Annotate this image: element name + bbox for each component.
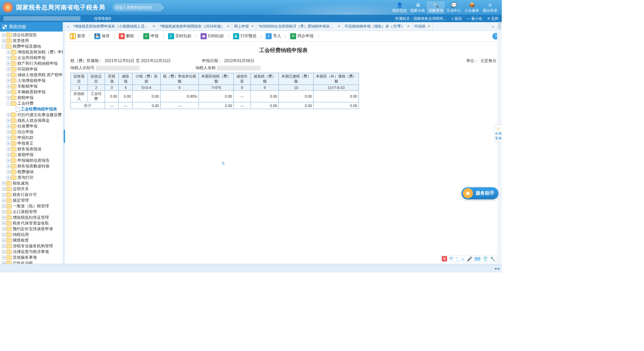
tree-node[interactable]: + 综合申报 <box>0 129 63 135</box>
tab-close-icon[interactable]: ✕ <box>227 24 230 29</box>
tabs-scroll-right[interactable]: » <box>490 22 496 31</box>
toolbar-button[interactable]: 💾 保存 <box>92 33 112 40</box>
header-nav-item[interactable]: 🔍 我要查询 <box>427 1 445 14</box>
tab-close-icon[interactable]: ✕ <box>337 24 340 29</box>
header-nav-item[interactable]: 👤 我的信息 <box>390 1 409 14</box>
expand-toggle[interactable]: + <box>2 33 6 37</box>
tree-node[interactable]: + 社保费申报 <box>0 123 63 129</box>
tree-node[interactable]: + 核定管理 <box>0 198 63 203</box>
toolbar-button[interactable]: ⟳ 同步申报 <box>288 33 316 40</box>
search-icon[interactable]: ⌕ <box>162 5 164 10</box>
tree-node[interactable]: + 税务行政许可 <box>0 192 63 198</box>
tab-close-icon[interactable]: ✕ <box>407 24 410 29</box>
tree-node[interactable]: + 财务报表报送 <box>0 146 63 152</box>
expand-toggle[interactable]: + <box>7 124 10 128</box>
expand-toggle[interactable]: + <box>7 67 10 71</box>
expand-toggle[interactable]: + <box>2 199 6 202</box>
tree-node[interactable]: + 契税申报 <box>0 95 63 101</box>
expand-toggle[interactable]: + <box>7 56 10 60</box>
tree-node[interactable]: + 车船税申报 <box>0 84 63 89</box>
expand-toggle[interactable]: + <box>7 113 10 117</box>
tray-right-icon[interactable]: ▸ <box>498 266 500 271</box>
tree-node[interactable]: + 一般退（抵）税管理 <box>0 203 63 209</box>
nav-tree[interactable]: + 综合信息报告 + 发票使用 - 税费申报及缴纳 + 增值税及附加税（费）申报… <box>0 32 63 272</box>
expand-toggle[interactable]: + <box>7 73 10 77</box>
expand-toggle[interactable]: + <box>7 130 10 134</box>
expand-toggle[interactable]: + <box>2 250 6 254</box>
toolbar-button[interactable]: ▣ 扫码扣款 <box>199 33 226 40</box>
service-assistant-button[interactable]: ☻ 服务助手 <box>462 187 498 199</box>
expand-toggle[interactable]: - <box>2 45 6 48</box>
tree-node[interactable]: + 查询打印 <box>0 175 63 181</box>
expand-toggle[interactable]: + <box>7 90 10 94</box>
header-nav-item[interactable]: 🖥 我要办税 <box>409 1 427 14</box>
expand-toggle[interactable]: + <box>2 193 6 197</box>
expand-toggle[interactable]: + <box>2 244 6 248</box>
tree-node[interactable]: + 预约定价安排谈签申请 <box>0 226 63 232</box>
tree-node[interactable]: 工会经费纳税申报表 <box>0 106 63 112</box>
tab-close-icon[interactable]: ✕ <box>427 24 430 29</box>
tree-node[interactable]: + 残疾人就业保障金 <box>0 118 63 123</box>
expand-toggle[interactable]: + <box>7 159 10 162</box>
tree-node[interactable]: + 印花税申报 <box>0 66 63 72</box>
tab-close-icon[interactable]: ✕ <box>251 24 254 29</box>
toolbar-button[interactable]: ✔ 申报 <box>141 33 161 40</box>
tree-node[interactable]: + 车辆购置税申报 <box>0 89 63 95</box>
expand-toggle[interactable]: + <box>2 216 6 219</box>
document-tab[interactable]: 网上申报 ✕ <box>232 22 256 31</box>
tree-node[interactable]: + 纳税信用 <box>0 232 63 238</box>
tray-left-icon[interactable]: ◂ <box>494 266 496 271</box>
expand-toggle[interactable]: + <box>2 39 6 43</box>
expand-toggle[interactable]: + <box>2 204 6 208</box>
expand-toggle[interactable]: + <box>2 233 6 237</box>
tree-node[interactable]: + 增值税及附加税（费）申报 <box>0 49 63 55</box>
header-nav-item[interactable]: 📦 公众服务 <box>463 1 481 14</box>
expand-toggle[interactable]: + <box>7 176 10 180</box>
expand-toggle[interactable]: + <box>7 164 10 168</box>
expand-toggle[interactable]: + <box>7 50 10 54</box>
toolbar-button[interactable]: ⇩ 导入 <box>264 33 283 40</box>
expand-toggle[interactable]: + <box>7 170 10 174</box>
expand-toggle[interactable]: - <box>7 102 10 105</box>
tree-node[interactable]: + 涉税专业服务机构管理 <box>0 243 63 249</box>
expand-toggle[interactable]: + <box>7 79 10 83</box>
expand-toggle[interactable]: + <box>2 256 6 259</box>
header-nav-item[interactable]: 💬 互动中心 <box>445 1 463 14</box>
online-cs-tab[interactable]: ☺ 在线 客服 <box>494 125 502 142</box>
document-tab[interactable]: 印花税纳税申报（报告）表（月/季） ✕ <box>343 22 412 31</box>
tree-node[interactable]: + 税务代保管资金收取 <box>0 220 63 226</box>
tree-node[interactable]: - 工会经费 <box>0 101 63 106</box>
expand-toggle[interactable]: + <box>2 182 6 185</box>
expand-toggle[interactable]: + <box>7 96 10 100</box>
tree-node[interactable]: + 土地增值税申报 <box>0 78 63 84</box>
tree-node[interactable]: + 财务报表数据转换 <box>0 163 63 169</box>
expand-toggle[interactable]: + <box>2 227 6 231</box>
back-button[interactable]: « 返回 <box>451 16 462 21</box>
document-tab[interactable]: 印花税 ✕ <box>412 22 433 31</box>
close-button[interactable]: ✕ 关闭 <box>487 16 498 21</box>
expand-toggle[interactable]: + <box>7 147 10 151</box>
expand-toggle[interactable]: + <box>7 85 10 88</box>
search-input[interactable] <box>115 5 162 9</box>
expand-toggle[interactable]: + <box>7 142 10 145</box>
tree-node[interactable]: + 城镇土地使用税 房产税申报 <box>0 72 63 78</box>
toolbar-button[interactable]: 🖶 打印预览 <box>231 33 259 40</box>
expand-toggle[interactable]: + <box>2 210 6 214</box>
minimize-button[interactable]: — 最小化 <box>467 16 482 21</box>
right-scrollbar[interactable] <box>497 22 502 264</box>
toolbar-button[interactable]: ❚❚ 暂存 <box>68 33 87 40</box>
tree-node[interactable]: + 代扣代缴文化事业建设费 <box>0 112 63 118</box>
toolbar-button[interactable]: ✖ 删除 <box>117 33 136 40</box>
tree-node[interactable]: + 企业所得税申报 <box>0 55 63 61</box>
tree-node[interactable]: + 申报更正 <box>0 141 63 146</box>
expand-toggle[interactable]: + <box>2 239 6 242</box>
tab-close-icon[interactable]: ✕ <box>152 24 155 29</box>
tree-node[interactable]: + 申报扣款 <box>0 135 63 141</box>
tree-node[interactable]: + 发票使用 <box>0 38 63 44</box>
tree-node[interactable]: + 逾期申报 <box>0 152 63 158</box>
tree-node[interactable]: + 法律追责与救济事项 <box>0 249 63 255</box>
header-nav-item[interactable]: ⎋ 退出登录 <box>481 1 499 14</box>
document-tab[interactable]: *增值税及附加税费申报表（小规模纳税人适用）附列资料（二）（附加税费情况表） ✕ <box>71 22 158 31</box>
tree-node[interactable]: + 出口退税管理 <box>0 209 63 215</box>
tabs-scroll-left[interactable]: « <box>65 22 71 31</box>
